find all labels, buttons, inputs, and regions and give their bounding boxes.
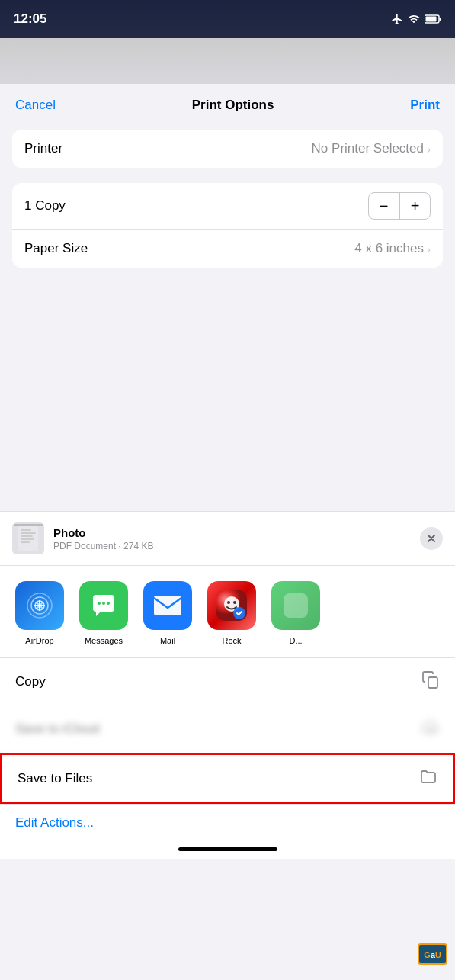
save-to-files-icon: [419, 767, 437, 789]
doc-info: Photo PDF Document · 274 KB: [12, 522, 153, 554]
svg-rect-6: [21, 535, 33, 537]
messages-label: Messages: [85, 636, 123, 645]
share-sheet: Photo PDF Document · 274 KB: [0, 511, 455, 841]
svg-rect-7: [21, 538, 34, 540]
wifi-icon: [408, 13, 420, 25]
rock-label: Rock: [222, 636, 241, 645]
sheet-header: Cancel Print Options Print: [0, 84, 455, 124]
save-icloud-icon: [421, 718, 440, 740]
app-item-rock[interactable]: Rock: [207, 581, 256, 645]
messages-icon: [79, 581, 128, 630]
paper-size-value: 4 x 6 inches: [354, 241, 424, 256]
svg-point-19: [233, 601, 236, 604]
svg-point-14: [107, 602, 110, 605]
rock-icon: [207, 581, 256, 630]
close-share-button[interactable]: [420, 527, 443, 550]
svg-rect-8: [21, 541, 30, 543]
partial-app-label: D...: [289, 636, 302, 645]
svg-rect-1: [426, 17, 437, 22]
copies-row: 1 Copy − +: [12, 183, 443, 230]
action-rows: Copy Save to iCloud Save to Files: [0, 658, 455, 841]
printer-group: Printer No Printer Selected ›: [12, 130, 443, 168]
status-time: 12:05: [14, 11, 46, 27]
svg-rect-15: [154, 596, 181, 615]
printer-value: No Printer Selected: [312, 141, 424, 156]
svg-point-13: [102, 602, 105, 605]
copy-action-icon: [421, 670, 440, 692]
edit-actions-button[interactable]: Edit Actions...: [15, 815, 94, 831]
mail-label: Mail: [160, 636, 175, 645]
preview-area: [0, 38, 455, 84]
paper-size-label: Paper Size: [24, 241, 88, 256]
paper-size-chevron-icon: ›: [427, 243, 431, 255]
save-to-files-label: Save to Files: [18, 771, 92, 786]
printer-value-container: No Printer Selected ›: [312, 141, 431, 156]
paper-size-value-container: 4 x 6 inches ›: [354, 241, 431, 256]
partial-app-icon: [271, 581, 320, 630]
save-icloud-action-row[interactable]: Save to iCloud: [0, 705, 455, 753]
status-bar: 12:05: [0, 0, 455, 38]
gray-spacer: [0, 283, 455, 359]
svg-point-12: [98, 602, 101, 605]
doc-thumbnail: [12, 522, 44, 554]
watermark: GaU: [418, 943, 447, 965]
svg-rect-4: [21, 529, 31, 531]
app-icons-row: AirDrop Messages Mail: [0, 566, 455, 658]
airdrop-label: AirDrop: [25, 636, 53, 645]
sheet-title: Print Options: [192, 98, 274, 113]
copy-action-label: Copy: [15, 674, 46, 689]
printer-label: Printer: [24, 141, 62, 156]
print-options-sheet: Cancel Print Options Print Printer No Pr…: [0, 84, 455, 511]
mail-icon: [143, 581, 192, 630]
copies-papersize-group: 1 Copy − + Paper Size 4 x 6 inches ›: [12, 183, 443, 268]
edit-actions-row: Edit Actions...: [0, 804, 455, 841]
svg-rect-2: [440, 18, 441, 21]
svg-point-18: [227, 601, 230, 604]
doc-title: Photo: [53, 526, 153, 539]
home-indicator-area: [0, 841, 455, 859]
home-indicator: [178, 847, 277, 851]
printer-chevron-icon: ›: [427, 143, 431, 156]
copies-label: 1 Copy: [24, 198, 66, 214]
doc-text-info: Photo PDF Document · 274 KB: [53, 526, 153, 551]
printer-row[interactable]: Printer No Printer Selected ›: [12, 130, 443, 168]
svg-rect-22: [428, 677, 437, 688]
cancel-button[interactable]: Cancel: [15, 98, 56, 113]
save-to-files-action-row[interactable]: Save to Files: [0, 753, 455, 804]
airplane-icon: [391, 13, 403, 25]
battery-icon: [425, 14, 441, 24]
doc-subtitle: PDF Document · 274 KB: [53, 541, 153, 551]
airdrop-icon: [15, 581, 64, 630]
svg-rect-21: [284, 593, 308, 618]
save-icloud-label: Save to iCloud: [15, 721, 100, 737]
app-item-mail[interactable]: Mail: [143, 581, 192, 645]
app-item-airdrop[interactable]: AirDrop: [15, 581, 64, 645]
print-button[interactable]: Print: [410, 98, 440, 113]
document-preview-row: Photo PDF Document · 274 KB: [0, 512, 455, 566]
svg-rect-5: [21, 532, 36, 534]
watermark-text: GaU: [424, 950, 441, 959]
copy-action-row[interactable]: Copy: [0, 658, 455, 705]
copies-increment-button[interactable]: +: [399, 193, 430, 219]
app-item-partial[interactable]: D...: [271, 581, 320, 645]
copies-stepper: − +: [368, 192, 431, 220]
copies-decrement-button[interactable]: −: [369, 193, 399, 219]
app-item-messages[interactable]: Messages: [79, 581, 128, 645]
status-icons: [391, 13, 441, 25]
paper-size-row[interactable]: Paper Size 4 x 6 inches ›: [12, 230, 443, 268]
